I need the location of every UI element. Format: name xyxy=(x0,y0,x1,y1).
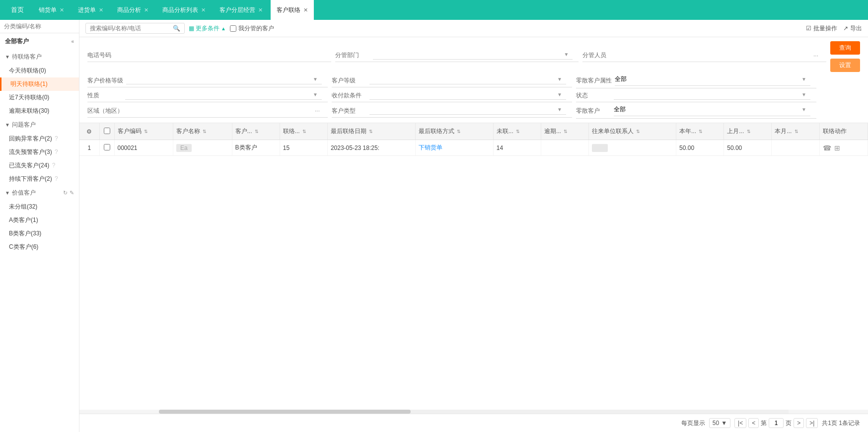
sidebar-item-today[interactable]: 今天待联络(0) xyxy=(0,64,79,77)
last-page-btn[interactable]: >| xyxy=(806,418,818,428)
export-btn[interactable]: ↗ 导出 xyxy=(843,24,862,33)
filter-payment-select[interactable]: ▼ xyxy=(369,92,566,100)
filter-customer-type-select[interactable]: ▼ xyxy=(369,107,566,115)
horizontal-scrollbar[interactable] xyxy=(159,410,789,414)
sidebar-item-ungrouped[interactable]: 未分组(32) xyxy=(0,200,79,214)
th-code[interactable]: 客户编码 ⇅ xyxy=(114,123,173,140)
grid-action-icon[interactable]: ⊞ xyxy=(834,144,840,152)
content-area: 🔍 ▦ 更多条件 ▲ 我分管的客户 ☑ 批量操作 ↗ 导出 xyxy=(79,20,868,432)
filter-price-level-select[interactable]: ▼ xyxy=(126,76,322,84)
th-this-year[interactable]: 本年... ⇅ xyxy=(676,123,724,140)
filter-scatter-attr-select[interactable]: 全部 ▼ xyxy=(615,75,810,86)
th-last-month[interactable]: 上月... ⇅ xyxy=(724,123,772,140)
th-customer-type[interactable]: 客户... ⇅ xyxy=(232,123,280,140)
filter-status-select[interactable]: ▼ xyxy=(614,92,810,100)
th-overdue[interactable]: 逾期... ⇅ xyxy=(541,123,588,140)
next-page-btn[interactable]: > xyxy=(794,418,804,428)
th-contact-count[interactable]: 联络... ⇅ xyxy=(280,123,327,140)
set-button[interactable]: 设置 xyxy=(830,59,860,72)
filter-customer-level-select[interactable]: ▼ xyxy=(369,76,566,84)
sidebar-search-input[interactable] xyxy=(4,23,78,30)
filter-row-4: 区域（地区） ··· 客户类型 ▼ 零散客户 全部 ▼ xyxy=(87,105,860,119)
close-customer-contact-icon[interactable]: ✕ xyxy=(303,7,308,13)
close-goods-analysis-icon[interactable]: ✕ xyxy=(144,7,148,13)
search-input[interactable] xyxy=(90,25,171,32)
filter-scatter-select[interactable]: 全部 ▼ xyxy=(614,105,810,116)
th-action: 联络动作 xyxy=(819,123,868,140)
check-square-icon: ☑ xyxy=(806,25,811,32)
th-name[interactable]: 客户名称 ⇅ xyxy=(173,123,232,140)
filter-dept-select[interactable]: ▼ xyxy=(373,52,573,60)
sidebar-item-tomorrow[interactable]: 明天待联络(1) xyxy=(0,77,79,91)
nav-goods-analysis[interactable]: 商品分析 ✕ xyxy=(111,0,154,20)
edit-icon[interactable]: ✎ xyxy=(70,190,74,196)
nav-home[interactable]: 首页 xyxy=(4,0,31,20)
td-check[interactable] xyxy=(99,140,114,156)
filter-manager-input[interactable] xyxy=(620,52,808,59)
sort-name-icon: ⇅ xyxy=(203,129,207,134)
nav-sales[interactable]: 销货单 ✕ xyxy=(33,0,70,20)
th-last-method[interactable]: 最后联络方式 ⇅ xyxy=(415,123,493,140)
region-dots-btn[interactable]: ··· xyxy=(313,107,322,114)
query-button[interactable]: 查询 xyxy=(830,41,860,55)
last-method-link[interactable]: 下销货单 xyxy=(419,144,442,151)
td-this-month xyxy=(772,140,819,156)
page-navigation: |< < 第 页 > >| xyxy=(734,418,818,428)
nav-goods-analysis-list[interactable]: 商品分析列表 ✕ xyxy=(156,0,212,20)
sidebar-item-type-c[interactable]: C类客户(6) xyxy=(0,240,79,254)
sidebar-all-customers[interactable]: 全部客户 « xyxy=(0,33,79,50)
filter-phone-input[interactable] xyxy=(125,52,325,59)
arrow-problem-icon: ▼ xyxy=(5,122,10,128)
scroll-thumb[interactable] xyxy=(159,410,411,414)
filter-nature-select[interactable]: ▼ xyxy=(125,92,322,100)
filter-region-input[interactable] xyxy=(126,107,310,114)
sidebar-item-week7[interactable]: 近7天待联络(0) xyxy=(0,91,79,104)
sidebar-item-declining[interactable]: 持续下滑客户(2) ? xyxy=(0,172,79,186)
close-customer-tier-icon[interactable]: ✕ xyxy=(258,7,263,13)
close-sales-icon[interactable]: ✕ xyxy=(60,7,64,13)
nav-customer-tier[interactable]: 客户分层经营 ✕ xyxy=(214,0,269,20)
page-input[interactable] xyxy=(769,418,784,428)
close-purchase-icon[interactable]: ✕ xyxy=(99,7,103,13)
filter-phone: 电话号码 xyxy=(87,51,331,62)
sidebar-section-pending[interactable]: ▼ 待联络客户 xyxy=(0,50,79,64)
phone-action-icon[interactable]: ☎ xyxy=(823,144,831,152)
sidebar-item-overdue[interactable]: 逾期未联络(30) xyxy=(0,104,79,118)
nav-customer-contact[interactable]: 客户联络 ✕ xyxy=(271,0,314,20)
sidebar-item-type-a[interactable]: A类客户(1) xyxy=(0,214,79,227)
my-customers-checkbox[interactable] xyxy=(230,25,236,32)
th-no-contact[interactable]: 未联... ⇅ xyxy=(493,123,541,140)
page-size-select[interactable]: 50 ▼ xyxy=(709,418,730,428)
chevron-payment-icon: ▼ xyxy=(557,92,562,97)
sidebar-section-value[interactable]: ▼ 价值客户 ↻ ✎ xyxy=(0,186,79,200)
th-contact-person[interactable]: 往来单位联系人 ⇅ xyxy=(589,123,676,140)
sort-od-icon: ⇅ xyxy=(564,129,568,134)
filter-customer-type: 客户类型 ▼ xyxy=(332,107,572,118)
batch-ops-btn[interactable]: ☑ 批量操作 xyxy=(806,24,837,33)
my-customers-checkbox-label[interactable]: 我分管的客户 xyxy=(230,24,274,33)
prev-page-btn[interactable]: < xyxy=(748,418,759,428)
th-last-date[interactable]: 最后联络日期 ⇅ xyxy=(327,123,415,140)
manager-dots-btn[interactable]: ··· xyxy=(811,52,820,59)
sidebar-item-type-b[interactable]: B类客户(33) xyxy=(0,227,79,240)
sidebar-section-problem[interactable]: ▼ 问题客户 xyxy=(0,118,79,132)
nav-purchase[interactable]: 进货单 ✕ xyxy=(72,0,109,20)
sidebar-item-warning[interactable]: 流失预警客户(3) ? xyxy=(0,145,79,159)
export-icon: ↗ xyxy=(843,25,848,32)
sidebar-item-abnormal[interactable]: 回购异常客户(2) ? xyxy=(0,132,79,145)
close-goods-analysis-list-icon[interactable]: ✕ xyxy=(201,7,206,13)
th-setting[interactable]: ⚙ xyxy=(79,123,99,140)
td-last-method[interactable]: 下销货单 xyxy=(415,140,493,156)
data-table: ⚙ 客户编码 ⇅ 客户名称 ⇅ 客户... ⇅ xyxy=(79,123,868,156)
refresh-icon[interactable]: ↻ xyxy=(63,190,68,196)
th-check[interactable] xyxy=(99,123,114,140)
more-conditions-btn[interactable]: ▦ 更多条件 ▲ xyxy=(189,24,226,33)
th-this-month[interactable]: 本月... ⇅ xyxy=(772,123,819,140)
select-all-checkbox[interactable] xyxy=(104,128,110,134)
sidebar-item-lost[interactable]: 已流失客户(24) ? xyxy=(0,159,79,172)
filter-status: 状态 ▼ xyxy=(576,91,816,102)
chevron-page-icon: ▼ xyxy=(721,420,727,427)
row-checkbox[interactable] xyxy=(104,144,110,150)
search-icon[interactable]: 🔍 xyxy=(173,25,180,32)
first-page-btn[interactable]: |< xyxy=(734,418,746,428)
